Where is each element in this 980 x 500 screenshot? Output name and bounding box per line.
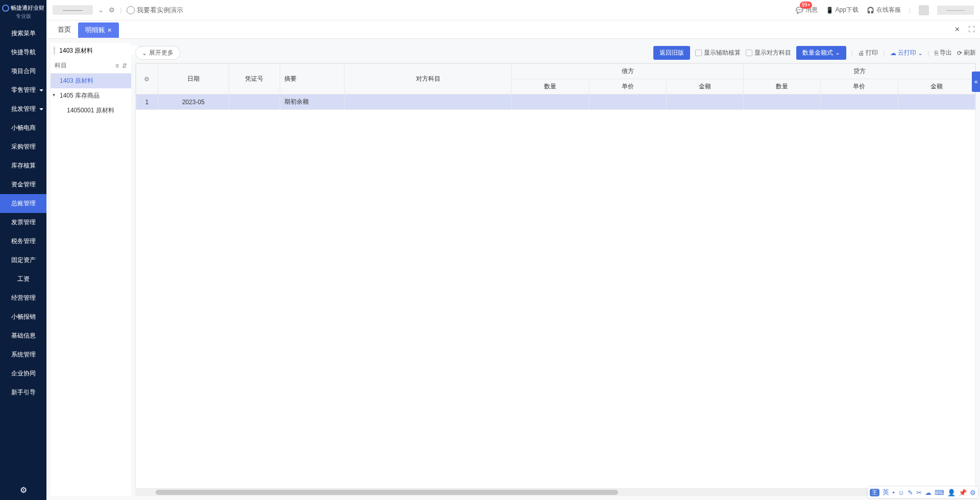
tab-close-all-icon[interactable]: ✕ (952, 23, 962, 35)
export-button[interactable]: ⎘ 导出 (935, 49, 952, 57)
ime-dot-icon[interactable]: • (892, 489, 895, 496)
user-avatar-icon[interactable] (919, 5, 929, 15)
th-debit-amount: 金额 (666, 79, 743, 94)
headset-icon: 🎧 (867, 7, 874, 14)
caret-down-icon (39, 89, 43, 91)
th-summary: 摘要 (280, 64, 345, 94)
print-button[interactable]: 🖨 打印 (858, 49, 878, 57)
ime-edit-icon[interactable]: ✎ (908, 489, 913, 496)
cell-credit-qty (744, 94, 821, 110)
cell-debit-amount (666, 94, 743, 110)
expand-more-button[interactable]: ⌄ 展开更多 (135, 46, 180, 60)
nav-project-contract[interactable]: 项目合同 (0, 62, 46, 81)
cell-index: 1 (136, 94, 158, 110)
nav-system[interactable]: 系统管理 (0, 345, 46, 364)
message-badge: 99+ (800, 2, 813, 9)
table-row[interactable]: 1 2023-05 期初余额 (136, 94, 975, 110)
ime-badge[interactable]: 王 (870, 489, 879, 496)
th-debit: 借方 (512, 64, 744, 79)
nav-ecommerce[interactable]: 小畅电商 (0, 118, 46, 137)
scrollbar-thumb[interactable] (156, 490, 618, 495)
show-aux-checkbox[interactable]: 显示辅助核算 (695, 49, 741, 57)
cell-debit-qty (512, 94, 589, 110)
account-search-input[interactable] (57, 46, 138, 55)
ime-toolbar[interactable]: 王 英 • ☺ ✎ ✂ ☁ ⌨ 👤 📌 ⚙ (868, 487, 978, 498)
brand-edition: 专业版 (2, 13, 44, 20)
th-debit-price: 单价 (589, 79, 666, 94)
th-opposite: 对方科目 (345, 64, 512, 94)
nav-funds[interactable]: 资金管理 (0, 175, 46, 194)
nav-expense[interactable]: 小畅报销 (0, 307, 46, 326)
ime-cloud-icon[interactable]: ☁ (925, 489, 932, 496)
nav-operations[interactable]: 经营管理 (0, 289, 46, 307)
nav-invoice[interactable]: 发票管理 (0, 213, 46, 232)
tree-node-1405[interactable]: ▾1405 库存商品 (51, 88, 131, 103)
ledger-table-wrap[interactable]: ⚙ 日期 凭证号 摘要 对方科目 借方 贷方 数量 单价 (135, 63, 976, 489)
nav-quick-nav[interactable]: 快捷导航 (0, 43, 46, 62)
tab-close-icon[interactable]: ✕ (107, 27, 112, 33)
expander-icon[interactable]: ▾ (53, 92, 55, 98)
checkbox-icon (695, 50, 702, 56)
nav-tax[interactable]: 税务管理 (0, 232, 46, 251)
nav-retail[interactable]: 零售管理 (0, 81, 46, 100)
demo-link[interactable]: 我要看实例演示 (127, 6, 183, 15)
nav-purchase[interactable]: 采购管理 (0, 137, 46, 156)
horizontal-scrollbar[interactable] (135, 489, 976, 496)
ime-smile-icon[interactable]: ☺ (898, 489, 904, 496)
tree-sort-icon[interactable]: ≡ (115, 62, 119, 69)
topbar: ——— ⌄ ⚙ | 我要看实例演示 💬 消息 99+ 📱 App下载 🎧 在线客… (46, 0, 980, 20)
app-download-button[interactable]: 📱 App下载 (826, 6, 859, 14)
collapse-panel-icon[interactable]: « (972, 72, 980, 92)
cell-credit-amount (898, 94, 975, 110)
brand-logo-icon (1, 3, 11, 13)
content: ‹ › 科目 ≡ ⇵ 1403 原材料 ▾1405 库存商品 14050001 … (46, 39, 980, 500)
ime-keyboard-icon[interactable]: ⌨ (935, 489, 944, 496)
nav-enterprise-collab[interactable]: 企业协同 (0, 364, 46, 383)
user-name[interactable]: ——— (937, 6, 974, 15)
nav-salary[interactable]: 工资 (0, 270, 46, 289)
th-credit-amount: 金额 (898, 79, 975, 94)
org-settings-icon[interactable]: ⚙ (109, 6, 115, 14)
th-credit-qty: 数量 (744, 79, 821, 94)
tree-filter-icon[interactable]: ⇵ (122, 62, 127, 69)
ime-settings-icon[interactable]: ⚙ (970, 489, 976, 496)
phone-icon: 📱 (826, 7, 834, 14)
show-opposite-checkbox[interactable]: 显示对方科目 (746, 49, 791, 57)
nav-inventory[interactable]: 库存核算 (0, 156, 46, 175)
nav-search-menu[interactable]: 搜索菜单 (0, 24, 46, 43)
cell-debit-price (589, 94, 666, 110)
ime-scissors-icon[interactable]: ✂ (916, 489, 922, 496)
tree-header-label: 科目 (55, 61, 67, 70)
table-settings-icon[interactable]: ⚙ (136, 64, 158, 94)
brand-name: 畅捷通好业财 (11, 4, 44, 12)
cell-credit-price (821, 94, 898, 110)
nav-basic-info[interactable]: 基础信息 (0, 326, 46, 345)
ime-person-icon[interactable]: 👤 (947, 489, 955, 496)
nav-general-ledger[interactable]: 总账管理 (0, 194, 46, 213)
fullscreen-icon[interactable]: ⛶ (966, 23, 977, 35)
tab-home[interactable]: 首页 (51, 20, 78, 39)
nav-fixed-assets[interactable]: 固定资产 (0, 251, 46, 270)
tabbar: 首页 明细账✕ ✕ ⛶ (46, 20, 980, 39)
tree-node-1403[interactable]: 1403 原材料 (51, 74, 131, 88)
org-name[interactable]: ——— (53, 5, 93, 15)
table-toolbar: ⌄ 展开更多 返回旧版 显示辅助核算 显示对方科目 数量金额式 | 🖨 打印 |… (135, 43, 976, 63)
cell-date: 2023-05 (158, 94, 229, 110)
ime-pin-icon[interactable]: 📌 (959, 489, 967, 496)
nav-wholesale[interactable]: 批发管理 (0, 100, 46, 118)
cloud-print-button[interactable]: ☁ 云打印 ⌄ (890, 49, 923, 57)
amount-mode-dropdown[interactable]: 数量金额式 (796, 46, 846, 60)
tab-detail-ledger[interactable]: 明细账✕ (78, 22, 119, 38)
refresh-button[interactable]: ⟳ 刷新 (957, 49, 976, 57)
brand-area: 畅捷通好业财 专业版 (0, 0, 46, 24)
nav-beginner-guide[interactable]: 新手引导 (0, 383, 46, 402)
online-service-button[interactable]: 🎧 在线客服 (867, 6, 901, 14)
tree-prev-icon[interactable]: ‹ (54, 46, 55, 55)
tree-node-14050001[interactable]: 14050001 原材料 (51, 103, 131, 118)
sidebar-settings-icon[interactable]: ⚙ (0, 480, 46, 500)
messages-button[interactable]: 💬 消息 99+ (796, 6, 818, 14)
return-old-button[interactable]: 返回旧版 (653, 46, 690, 60)
ime-lang[interactable]: 英 (883, 488, 889, 497)
sidebar-nav: 搜索菜单 快捷导航 项目合同 零售管理 批发管理 小畅电商 采购管理 库存核算 … (0, 24, 46, 480)
org-dropdown-icon[interactable]: ⌄ (98, 6, 104, 14)
